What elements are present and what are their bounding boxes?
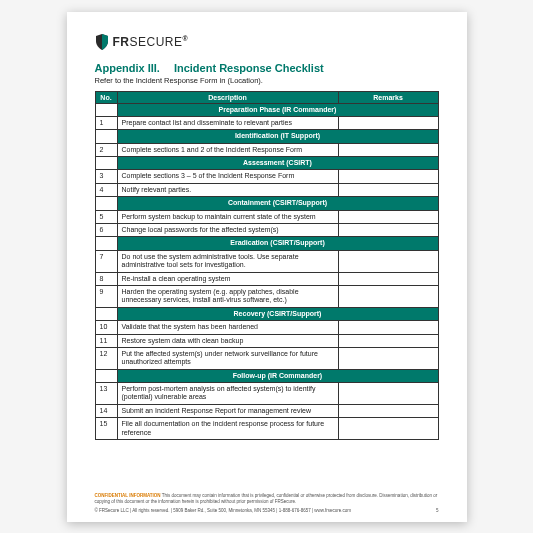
confidential-label: CONFIDENTIAL INFORMATION bbox=[95, 493, 161, 498]
section-title: Identification (IT Support) bbox=[117, 130, 438, 143]
cell-description: Submit an Incident Response Report for m… bbox=[117, 404, 338, 417]
section-empty-cell bbox=[95, 130, 117, 143]
table-row: 8Re-install a clean operating system bbox=[95, 272, 438, 285]
section-row: Preparation Phase (IR Commander) bbox=[95, 103, 438, 116]
cell-no: 11 bbox=[95, 334, 117, 347]
cell-description: Re-install a clean operating system bbox=[117, 272, 338, 285]
document-page: FRSECURE® Appendix III.Incident Response… bbox=[67, 12, 467, 522]
cell-no: 10 bbox=[95, 321, 117, 334]
col-remarks: Remarks bbox=[338, 91, 438, 103]
heading-title: Incident Response Checklist bbox=[174, 62, 324, 74]
cell-description: Perform system backup to maintain curren… bbox=[117, 210, 338, 223]
cell-no: 15 bbox=[95, 418, 117, 440]
brand-prefix: FR bbox=[113, 35, 130, 49]
cell-remarks bbox=[338, 224, 438, 237]
section-empty-cell bbox=[95, 369, 117, 382]
col-desc: Description bbox=[117, 91, 338, 103]
cell-remarks bbox=[338, 272, 438, 285]
section-row: Assessment (CSIRT) bbox=[95, 157, 438, 170]
section-title: Preparation Phase (IR Commander) bbox=[117, 103, 438, 116]
cell-remarks bbox=[338, 285, 438, 307]
cell-remarks bbox=[338, 347, 438, 369]
col-no: No. bbox=[95, 91, 117, 103]
cell-remarks bbox=[338, 383, 438, 405]
section-title: Eradication (CSIRT/Support) bbox=[117, 237, 438, 250]
appendix-label: Appendix III. bbox=[95, 62, 160, 74]
cell-description: Do not use the system administrative too… bbox=[117, 250, 338, 272]
brand-text: FRSECURE® bbox=[113, 35, 189, 49]
cell-description: Perform post-mortem analysis on affected… bbox=[117, 383, 338, 405]
cell-remarks bbox=[338, 210, 438, 223]
table-row: 5Perform system backup to maintain curre… bbox=[95, 210, 438, 223]
cell-no: 8 bbox=[95, 272, 117, 285]
table-row: 2Complete sections 1 and 2 of the Incide… bbox=[95, 143, 438, 156]
cell-remarks bbox=[338, 418, 438, 440]
cell-remarks bbox=[338, 334, 438, 347]
cell-remarks bbox=[338, 116, 438, 129]
table-row: 9Harden the operating system (e.g. apply… bbox=[95, 285, 438, 307]
cell-remarks bbox=[338, 143, 438, 156]
table-row: 6Change local passwords for the affected… bbox=[95, 224, 438, 237]
cell-no: 2 bbox=[95, 143, 117, 156]
cell-remarks bbox=[338, 250, 438, 272]
cell-no: 14 bbox=[95, 404, 117, 417]
brand-registered: ® bbox=[183, 35, 189, 42]
cell-no: 12 bbox=[95, 347, 117, 369]
checklist-table: No. Description Remarks Preparation Phas… bbox=[95, 91, 439, 441]
cell-no: 5 bbox=[95, 210, 117, 223]
cell-remarks bbox=[338, 321, 438, 334]
copyright-text: © FRSecure LLC | All rights reserved. | … bbox=[95, 508, 315, 513]
table-row: 7Do not use the system administrative to… bbox=[95, 250, 438, 272]
section-empty-cell bbox=[95, 197, 117, 210]
table-row: 1Prepare contact list and disseminate to… bbox=[95, 116, 438, 129]
table-row: 10Validate that the system has been hard… bbox=[95, 321, 438, 334]
table-row: 3Complete sections 3 – 5 of the Incident… bbox=[95, 170, 438, 183]
subheading: Refer to the Incident Response Form in (… bbox=[95, 76, 439, 85]
cell-remarks bbox=[338, 183, 438, 196]
copyright-line: © FRSecure LLC | All rights reserved. | … bbox=[95, 508, 439, 514]
cell-no: 13 bbox=[95, 383, 117, 405]
section-row: Eradication (CSIRT/Support) bbox=[95, 237, 438, 250]
section-empty-cell bbox=[95, 237, 117, 250]
table-row: 13Perform post-mortem analysis on affect… bbox=[95, 383, 438, 405]
cell-no: 6 bbox=[95, 224, 117, 237]
cell-no: 1 bbox=[95, 116, 117, 129]
cell-description: Complete sections 3 – 5 of the Incident … bbox=[117, 170, 338, 183]
cell-description: File all documentation on the incident r… bbox=[117, 418, 338, 440]
page-number: 5 bbox=[436, 508, 439, 514]
cell-description: Complete sections 1 and 2 of the Inciden… bbox=[117, 143, 338, 156]
cell-description: Restore system data with clean backup bbox=[117, 334, 338, 347]
table-row: 11Restore system data with clean backup bbox=[95, 334, 438, 347]
section-row: Identification (IT Support) bbox=[95, 130, 438, 143]
section-title: Assessment (CSIRT) bbox=[117, 157, 438, 170]
section-row: Follow-up (IR Commander) bbox=[95, 369, 438, 382]
footer-url: www.frsecure.com bbox=[314, 508, 351, 513]
cell-no: 7 bbox=[95, 250, 117, 272]
table-row: 14Submit an Incident Response Report for… bbox=[95, 404, 438, 417]
table-row: 15File all documentation on the incident… bbox=[95, 418, 438, 440]
section-empty-cell bbox=[95, 157, 117, 170]
cell-no: 4 bbox=[95, 183, 117, 196]
cell-description: Notify relevant parties. bbox=[117, 183, 338, 196]
cell-remarks bbox=[338, 404, 438, 417]
table-row: 4Notify relevant parties. bbox=[95, 183, 438, 196]
section-title: Recovery (CSIRT/Support) bbox=[117, 307, 438, 320]
table-body: Preparation Phase (IR Commander)1Prepare… bbox=[95, 103, 438, 440]
cell-description: Prepare contact list and disseminate to … bbox=[117, 116, 338, 129]
confidential-line: CONFIDENTIAL INFORMATION This document m… bbox=[95, 493, 439, 505]
footer: CONFIDENTIAL INFORMATION This document m… bbox=[95, 493, 439, 514]
section-title: Containment (CSIRT/Support) bbox=[117, 197, 438, 210]
cell-remarks bbox=[338, 170, 438, 183]
section-empty-cell bbox=[95, 103, 117, 116]
section-row: Recovery (CSIRT/Support) bbox=[95, 307, 438, 320]
section-empty-cell bbox=[95, 307, 117, 320]
table-row: 12Put the affected system(s) under netwo… bbox=[95, 347, 438, 369]
section-title: Follow-up (IR Commander) bbox=[117, 369, 438, 382]
shield-icon bbox=[95, 34, 109, 50]
cell-description: Put the affected system(s) under network… bbox=[117, 347, 338, 369]
cell-description: Harden the operating system (e.g. apply … bbox=[117, 285, 338, 307]
brand-main: SECURE bbox=[130, 35, 183, 49]
page-heading: Appendix III.Incident Response Checklist bbox=[95, 62, 439, 74]
section-row: Containment (CSIRT/Support) bbox=[95, 197, 438, 210]
cell-description: Validate that the system has been harden… bbox=[117, 321, 338, 334]
